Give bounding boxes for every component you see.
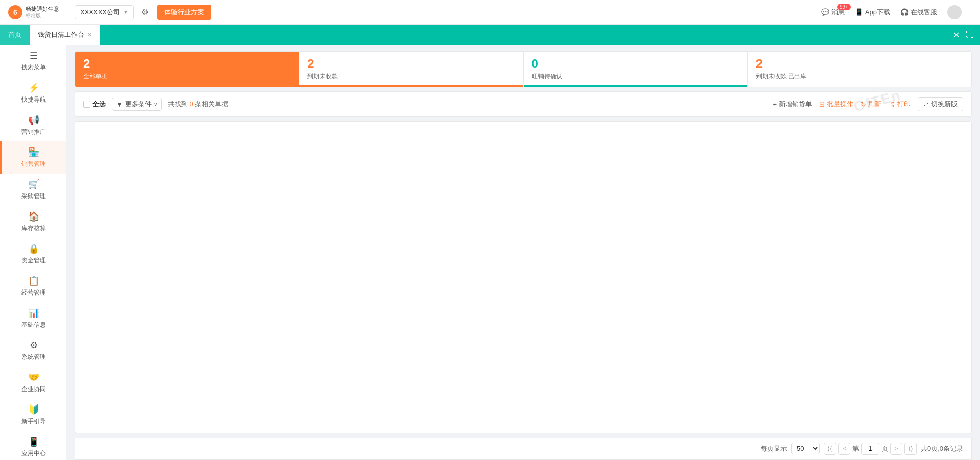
stat-overdue-label: 到期未收款 bbox=[307, 72, 514, 81]
sidebar-basic-info-label: 基础信息 bbox=[21, 321, 46, 329]
sidebar-item-basic-info[interactable]: 📊 基础信息 bbox=[0, 302, 66, 334]
toolbar-right: + 新增销货单 ⊞ 批量操作 ↻ 刷新 🖨 打印 ⇌ 切换新版 bbox=[773, 97, 963, 111]
stat-card-all[interactable]: 2 全部单据 bbox=[75, 52, 299, 87]
found-count: 0 bbox=[190, 100, 193, 108]
stat-all-underline bbox=[75, 85, 299, 87]
sidebar-sales-label: 销售管理 bbox=[21, 160, 46, 168]
sidebar: ☰ 搜索菜单 ⚡ 快捷导航 📢 营销推广 🏪 销售管理 🛒 采购管理 🏠 库存核… bbox=[0, 45, 66, 460]
inventory-icon: 🏠 bbox=[28, 211, 39, 222]
search-menu-icon: ☰ bbox=[28, 50, 39, 61]
batch-btn[interactable]: ⊞ 批量操作 bbox=[819, 100, 853, 109]
refresh-btn[interactable]: ↻ 刷新 bbox=[861, 100, 881, 109]
batch-label: 批量操作 bbox=[827, 100, 853, 109]
online-service-item[interactable]: 🎧 在线客服 bbox=[900, 8, 937, 17]
last-page-btn[interactable]: ⟩⟩ bbox=[904, 443, 917, 455]
filter-icon: ▼ bbox=[116, 101, 123, 108]
sidebar-item-inventory[interactable]: 🏠 库存核算 bbox=[0, 206, 66, 238]
switch-icon: ⇌ bbox=[923, 101, 929, 108]
select-all-checkbox[interactable]: 全选 bbox=[83, 100, 106, 109]
sidebar-item-enterprise[interactable]: 🤝 企业协同 bbox=[0, 367, 66, 399]
sidebar-system-label: 系统管理 bbox=[21, 353, 46, 361]
page-size-label: 每页显示 bbox=[761, 444, 787, 453]
stat-pending-number: 0 bbox=[532, 58, 739, 70]
page-size-select[interactable]: 50 100 200 bbox=[791, 443, 820, 454]
beginner-icon: 🔰 bbox=[28, 404, 39, 415]
table-area bbox=[75, 121, 972, 433]
stat-overdue-underline bbox=[299, 85, 523, 87]
sidebar-item-quick-nav[interactable]: ⚡ 快捷导航 bbox=[0, 77, 66, 109]
sidebar-beginner-label: 新手引导 bbox=[21, 417, 46, 426]
tab-home[interactable]: 首页 bbox=[0, 25, 30, 45]
pagination: 每页显示 50 100 200 ⟨⟨ ＜ 第 页 ＞ ⟩⟩ 共0页,0条记录 bbox=[75, 438, 972, 460]
app-download-item[interactable]: 📱 App下载 bbox=[855, 8, 890, 17]
marketing-icon: 📢 bbox=[28, 114, 39, 126]
found-prefix: 共找到 bbox=[168, 100, 188, 108]
print-btn[interactable]: 🖨 打印 bbox=[889, 100, 911, 109]
filter-label: 更多条件 bbox=[125, 100, 152, 109]
prev-page-btn[interactable]: ＜ bbox=[838, 443, 850, 455]
page-input[interactable] bbox=[861, 443, 879, 455]
stat-card-shipped[interactable]: 2 到期未收款 已出库 bbox=[748, 52, 971, 87]
message-badge: 99+ bbox=[837, 4, 851, 10]
logo-area: 6 畅捷通好生意 标准版 bbox=[8, 5, 75, 19]
refresh-icon: ↻ bbox=[861, 101, 866, 108]
page-prefix-label: 第 bbox=[852, 444, 859, 453]
avatar[interactable] bbox=[947, 5, 962, 19]
stat-pending-underline bbox=[524, 85, 747, 87]
tab-home-label: 首页 bbox=[8, 30, 21, 39]
stat-card-overdue[interactable]: 2 到期未收款 bbox=[299, 52, 523, 87]
stat-card-pending[interactable]: 0 旺铺待确认 bbox=[524, 52, 748, 87]
refresh-label: 刷新 bbox=[868, 100, 881, 109]
stat-shipped-label: 到期未收款 已出库 bbox=[756, 72, 963, 81]
sidebar-finance-label: 资金管理 bbox=[21, 256, 46, 265]
sidebar-item-sales[interactable]: 🏪 销售管理 bbox=[0, 141, 66, 174]
stat-overdue-number: 2 bbox=[307, 58, 514, 70]
stat-all-label: 全部单据 bbox=[83, 72, 290, 81]
minimize-icon[interactable]: ✕ bbox=[953, 30, 960, 40]
total-info: 共0页,0条记录 bbox=[921, 444, 963, 453]
maximize-icon[interactable]: ⛶ bbox=[966, 30, 974, 39]
enterprise-icon: 🤝 bbox=[28, 372, 39, 383]
top-header: 6 畅捷通好生意 标准版 XXXXXX公司 ▼ ⚙ 体验行业方案 💬 消息 99… bbox=[0, 0, 980, 25]
nav-tabs: 首页 钱货日清工作台 ✕ ✕ ⛶ bbox=[0, 25, 980, 45]
filter-btn[interactable]: ▼ 更多条件 ∨ bbox=[112, 98, 162, 111]
switch-new-btn[interactable]: ⇌ 切换新版 bbox=[918, 97, 963, 111]
sidebar-item-operation[interactable]: 📋 经营管理 bbox=[0, 270, 66, 302]
sidebar-quick-nav-label: 快捷导航 bbox=[21, 95, 46, 104]
sidebar-item-system[interactable]: ⚙ 系统管理 bbox=[0, 334, 66, 367]
logo-sub: 标准版 bbox=[26, 12, 59, 19]
batch-icon: ⊞ bbox=[819, 101, 825, 108]
app-center-icon: 📱 bbox=[28, 436, 39, 447]
sidebar-item-app-center[interactable]: 📱 应用中心 bbox=[0, 431, 66, 460]
next-page-btn[interactable]: ＞ bbox=[890, 443, 902, 455]
sidebar-inventory-label: 库存核算 bbox=[21, 224, 46, 233]
switch-label: 切换新版 bbox=[931, 100, 958, 109]
purchase-icon: 🛒 bbox=[28, 179, 39, 190]
settings-icon[interactable]: ⚙ bbox=[138, 5, 152, 19]
sidebar-search-menu-label: 搜索菜单 bbox=[21, 63, 46, 72]
header-right: 💬 消息 99+ 📱 App下载 🎧 在线客服 bbox=[821, 5, 972, 19]
new-sale-btn[interactable]: + 新增销货单 bbox=[773, 100, 812, 109]
plus-icon: + bbox=[773, 101, 777, 108]
message-icon: 💬 bbox=[821, 8, 829, 16]
logo-text: 畅捷通好生意 标准版 bbox=[26, 5, 59, 19]
company-selector[interactable]: XXXXXX公司 ▼ bbox=[75, 5, 134, 19]
sidebar-item-finance[interactable]: 🔒 资金管理 bbox=[0, 238, 66, 270]
sidebar-item-search-menu[interactable]: ☰ 搜索菜单 bbox=[0, 45, 66, 77]
sidebar-item-beginner[interactable]: 🔰 新手引导 bbox=[0, 399, 66, 431]
stat-shipped-number: 2 bbox=[756, 58, 963, 70]
checkbox-box[interactable] bbox=[83, 101, 90, 108]
sidebar-item-marketing[interactable]: 📢 营销推广 bbox=[0, 109, 66, 141]
tab-daily-close-icon[interactable]: ✕ bbox=[87, 32, 92, 38]
first-page-btn[interactable]: ⟨⟨ bbox=[824, 443, 836, 455]
message-item[interactable]: 💬 消息 99+ bbox=[821, 8, 845, 17]
tab-daily[interactable]: 钱货日清工作台 ✕ bbox=[30, 25, 100, 45]
experience-btn[interactable]: 体验行业方案 bbox=[157, 5, 211, 20]
main-layout: ☰ 搜索菜单 ⚡ 快捷导航 📢 营销推广 🏪 销售管理 🛒 采购管理 🏠 库存核… bbox=[0, 45, 980, 460]
sidebar-operation-label: 经营管理 bbox=[21, 288, 46, 297]
app-download-label: App下载 bbox=[865, 8, 890, 17]
found-suffix: 条相关单据 bbox=[195, 100, 228, 108]
sidebar-purchase-label: 采购管理 bbox=[21, 192, 46, 201]
sidebar-enterprise-label: 企业协同 bbox=[21, 385, 46, 394]
sidebar-item-purchase[interactable]: 🛒 采购管理 bbox=[0, 174, 66, 206]
